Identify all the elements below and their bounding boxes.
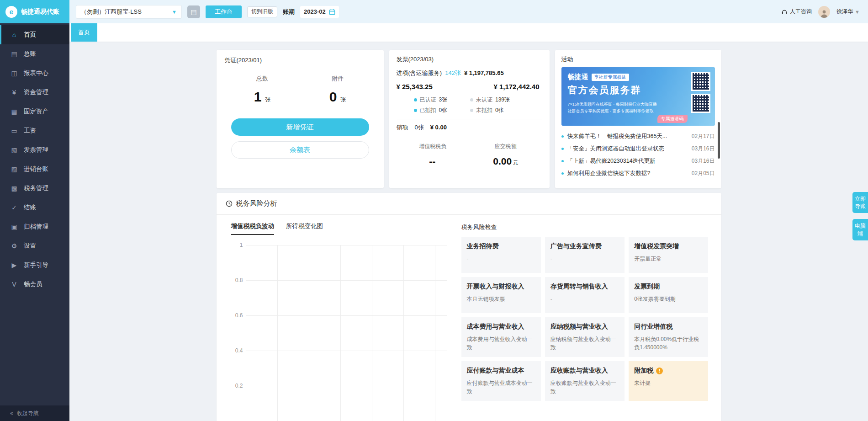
period-label: 账期 (283, 8, 295, 16)
add-voucher-button[interactable]: 新增凭证 (231, 118, 369, 136)
risk-check-item[interactable]: 应付账款与营业成本 应付账款与营业成本变动一致 (461, 361, 541, 401)
bullet-dot-icon (561, 148, 564, 150)
y-axis-tick: 0.8 (231, 277, 243, 283)
tab-home[interactable]: 首页 (71, 23, 97, 42)
sidebar-item[interactable]: ▩ 税务管理 (0, 179, 69, 198)
user-menu[interactable]: 徐泽华 ▼ (836, 8, 860, 16)
sidebar-item[interactable]: ▣ 归档管理 (0, 217, 69, 236)
avatar[interactable] (818, 6, 830, 18)
news-item[interactable]: 「安全」关闭浏览器自动退出登录状态 03月16日 (561, 143, 715, 155)
sidebar-item[interactable]: ▧ 发票管理 (0, 140, 69, 160)
banner-line2: 社群会员专享购买优惠 · 更多专属福利等你领取 (568, 108, 709, 115)
promo-banner[interactable]: 畅捷通 享社群专属权益 官方会员服务群 7×15h优质顾问在线答疑 · 每周财税… (561, 67, 715, 126)
risk-chart-tab[interactable]: 所得税变化图 (286, 222, 323, 235)
sidebar-item[interactable]: ⚙ 设置 (0, 236, 69, 256)
sidebar-item[interactable]: ⌂ 首页 (0, 25, 69, 44)
calendar-icon (329, 9, 335, 15)
risk-check-item-desc: 未计提 (634, 379, 703, 387)
quick-note-icon[interactable]: ▤ (187, 5, 200, 18)
news-date: 03月16日 (692, 145, 715, 153)
risk-check-item[interactable]: 应收账款与营业收入 应收账款与营业收入变动一致 (545, 361, 625, 401)
asset-icon: ▦ (10, 108, 18, 115)
legend-dot-icon (414, 109, 417, 112)
sidebar-item[interactable]: ¥ 资金管理 (0, 83, 69, 102)
legend-dot-icon (470, 98, 473, 101)
workbench-button[interactable]: 工作台 (206, 5, 242, 18)
legend-count: 0张 (495, 107, 504, 114)
sidebar-item-label: 工资 (24, 127, 36, 135)
balance-sheet-button[interactable]: 余额表 (231, 141, 369, 159)
sidebar-item[interactable]: Ⅴ 畅会员 (0, 275, 69, 294)
news-text: 如何利用企业微信快速下发数据? (567, 170, 688, 177)
risk-check-item-desc: 0张发票将要到期 (634, 295, 703, 303)
chevron-down-icon: ▼ (855, 9, 860, 15)
voucher-stats: 总数 1 张 附件 0 张 (225, 75, 376, 105)
y-axis-tick: 1 (231, 242, 243, 248)
risk-check-item-desc: 开票量正常 (634, 255, 703, 263)
legend-dot-icon (414, 98, 417, 101)
sidebar-item[interactable]: ▨ 进销台账 (0, 160, 69, 179)
certified-amount: ¥ 25,343.25 (397, 83, 433, 91)
topbar-right: 人工咨询 徐泽华 ▼ (781, 6, 860, 18)
company-selector-value: （勿删）江西服宝-LSS (81, 8, 142, 16)
risk-check-item[interactable]: 业务招待费 - (461, 237, 541, 273)
sidebar-item[interactable]: ▭ 工资 (0, 121, 69, 140)
voucher-stat: 附件 0 张 (329, 75, 346, 105)
voucher-stat-value: 1 (254, 89, 262, 104)
closing-icon: ✓ (10, 204, 18, 211)
collapse-label: 收起导航 (17, 410, 39, 417)
risk-check-title: 税务风险检查 (461, 223, 709, 231)
risk-check-item[interactable]: 存货周转与销售收入 - (545, 277, 625, 313)
support-link[interactable]: 人工咨询 (781, 8, 812, 16)
news-item[interactable]: 「上新」易代账20230314迭代更新 03月16日 (561, 155, 715, 167)
summary-unit: 元 (513, 160, 518, 166)
payroll-icon: ▭ (10, 127, 18, 134)
sidebar-item[interactable]: ✓ 结账 (0, 198, 69, 217)
summary-value: -- (429, 156, 435, 166)
chevron-down-icon: ▼ (172, 9, 177, 15)
floating-action-button[interactable]: 电脑端 (852, 219, 868, 240)
risk-check-item-desc: 成本费用与营业收入变动一致 (467, 335, 535, 352)
invoice-legend-item: 未认证 139张 (470, 96, 542, 104)
sidebar-item-label: 新手引导 (24, 261, 48, 269)
voucher-stat-label: 附件 (329, 75, 346, 83)
guide-icon: ▶ (10, 261, 18, 269)
sidebar-item[interactable]: ▶ 新手引导 (0, 256, 69, 275)
collapse-nav-button[interactable]: « 收起导航 (0, 405, 69, 421)
voucher-card: 凭证(2023/01) 总数 1 张 附件 (217, 50, 384, 188)
bullet-dot-icon (561, 135, 564, 138)
news-scrollbar[interactable] (718, 122, 720, 159)
company-selector[interactable]: （勿删）江西服宝-LSS ▼ (76, 5, 182, 19)
voucher-stat: 总数 1 张 (254, 75, 270, 105)
risk-chart-tab[interactable]: 增值税税负波动 (231, 222, 275, 235)
risk-check-item-title: 发票到期 (634, 282, 660, 291)
y-axis-tick: 0.6 (231, 312, 243, 319)
risk-check-item[interactable]: 应纳税额与营业收入 应纳税额与营业收入变动一致 (545, 317, 625, 357)
risk-check-item[interactable]: 附加税 ! 未计提 (629, 361, 708, 401)
risk-check-item[interactable]: 开票收入与财报收入 本月无销项发票 (461, 277, 541, 313)
risk-check-item-desc: - (467, 255, 535, 263)
period-picker[interactable]: 2023-02 (300, 6, 339, 18)
risk-check-item-title: 广告与业务宣传费 (550, 242, 602, 250)
sidebar-item[interactable]: ◫ 报表中心 (0, 64, 69, 83)
risk-check-item[interactable]: 成本费用与营业收入 成本费用与营业收入变动一致 (461, 317, 541, 357)
sidebar-item-label: 进销台账 (24, 165, 48, 173)
switch-old-version-button[interactable]: 切到旧版 (247, 6, 277, 17)
sidebar-item[interactable]: ▤ 总账 (0, 44, 69, 64)
sidebar-item[interactable]: ▦ 固定资产 (0, 102, 69, 121)
settings-icon: ⚙ (10, 242, 18, 250)
sidebar-item-label: 固定资产 (24, 107, 48, 116)
summary-cards-row: 凭证(2023/01) 总数 1 张 附件 (217, 50, 721, 188)
banner-brand: 畅捷通 (568, 73, 588, 81)
risk-check-item[interactable]: 同行业增值税 本月税负0.00%低于行业税负1.450000% (629, 317, 708, 357)
sales-label: 销项 (397, 123, 408, 132)
risk-check-item[interactable]: 发票到期 0张发票将要到期 (629, 277, 708, 313)
risk-check-item[interactable]: 增值税发票突增 开票量正常 (629, 237, 708, 273)
risk-check-item[interactable]: 广告与业务宣传费 - (545, 237, 625, 273)
news-item[interactable]: 如何利用企业微信快速下发数据? 02月05日 (561, 167, 715, 180)
news-date: 02月05日 (692, 170, 715, 177)
news-item[interactable]: 快来薅羊毛！一键报税免费使用365天... 02月17日 (561, 130, 715, 143)
invoice-input-total: ¥ 1,197,785.65 (464, 69, 504, 76)
floating-action-button[interactable]: 立即导账 (852, 192, 868, 213)
sidebar-item-label: 总账 (24, 50, 36, 58)
